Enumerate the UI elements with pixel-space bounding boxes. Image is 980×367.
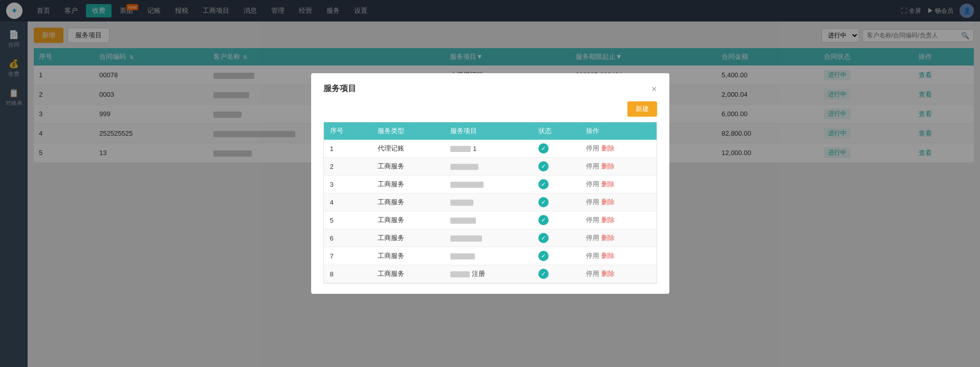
delete-button[interactable]: 删除 — [601, 162, 615, 171]
dcell-action: 停用 删除 — [580, 140, 656, 158]
stop-button[interactable]: 停用 — [586, 215, 599, 225]
stop-button[interactable]: 停用 — [586, 198, 599, 207]
status-check-icon: ✓ — [538, 143, 549, 154]
dcell-status: ✓ — [532, 193, 580, 211]
status-check-icon: ✓ — [538, 179, 549, 189]
dcell-action: 停用 删除 — [580, 247, 656, 265]
dcell-type: 工商服务 — [372, 211, 444, 229]
status-check-icon: ✓ — [538, 251, 549, 261]
dcell-seq: 2 — [324, 158, 372, 176]
dcol-seq: 序号 — [324, 122, 372, 140]
modal-overlay[interactable]: 服务项目 × 新建 序号 服务类型 服务项目 状态 操作 1 代理记账 — [0, 0, 980, 367]
dcell-seq: 5 — [324, 211, 372, 229]
stop-button[interactable]: 停用 — [586, 269, 599, 278]
delete-button[interactable]: 删除 — [601, 233, 615, 243]
list-item: 4 工商服务 ✓ 停用 删除 — [324, 193, 657, 211]
dcell-type: 工商服务 — [372, 158, 444, 176]
dcell-type: 代理记账 — [372, 140, 444, 158]
list-item: 6 工商服务 ✓ 停用 删除 — [324, 229, 657, 247]
dcol-action: 操作 — [580, 122, 656, 140]
dialog-header: 服务项目 × — [323, 83, 657, 94]
stop-button[interactable]: 停用 — [586, 180, 599, 189]
dcell-seq: 3 — [324, 176, 372, 193]
dcell-action: 停用 删除 — [580, 176, 656, 193]
dcell-type: 工商服务 — [372, 229, 444, 247]
dcell-action: 停用 删除 — [580, 229, 656, 247]
delete-button[interactable]: 删除 — [601, 269, 615, 278]
delete-button[interactable]: 删除 — [601, 215, 615, 225]
dcell-item — [444, 176, 532, 193]
dcell-action: 停用 删除 — [580, 158, 656, 176]
status-check-icon: ✓ — [538, 197, 549, 207]
service-dialog: 服务项目 × 新建 序号 服务类型 服务项目 状态 操作 1 代理记账 — [311, 73, 669, 294]
dcell-status: ✓ — [532, 229, 580, 247]
status-check-icon: ✓ — [538, 269, 549, 279]
status-check-icon: ✓ — [538, 215, 549, 225]
dcell-type: 工商服务 — [372, 247, 444, 265]
dcell-status: ✓ — [532, 176, 580, 193]
dcell-action: 停用 删除 — [580, 193, 656, 211]
dcell-item: 1 — [444, 140, 532, 158]
status-check-icon: ✓ — [538, 161, 549, 171]
dialog-toolbar: 新建 — [323, 101, 657, 117]
stop-button[interactable]: 停用 — [586, 162, 599, 171]
list-item: 7 工商服务 ✓ 停用 删除 — [324, 247, 657, 265]
dcell-status: ✓ — [532, 158, 580, 176]
dcell-action: 停用 删除 — [580, 265, 656, 283]
dcell-seq: 4 — [324, 193, 372, 211]
stop-button[interactable]: 停用 — [586, 233, 599, 243]
dcell-item — [444, 229, 532, 247]
dcell-item — [444, 211, 532, 229]
dcell-seq: 7 — [324, 247, 372, 265]
dcell-status: ✓ — [532, 247, 580, 265]
status-check-icon: ✓ — [538, 233, 549, 243]
dcell-status: ✓ — [532, 211, 580, 229]
dcol-item: 服务项目 — [444, 122, 532, 140]
dcell-type: 工商服务 — [372, 265, 444, 283]
stop-button[interactable]: 停用 — [586, 144, 599, 153]
list-item: 8 工商服务 注册 ✓ 停用 删除 — [324, 265, 657, 283]
dcell-item: 注册 — [444, 265, 532, 283]
dcell-status: ✓ — [532, 140, 580, 158]
dcell-type: 工商服务 — [372, 193, 444, 211]
delete-button[interactable]: 删除 — [601, 198, 615, 207]
dialog-table-wrap: 序号 服务类型 服务项目 状态 操作 1 代理记账 1 ✓ 停用 删除 2 工商… — [323, 122, 657, 284]
dcell-seq: 1 — [324, 140, 372, 158]
list-item: 1 代理记账 1 ✓ 停用 删除 — [324, 140, 657, 158]
dcell-seq: 8 — [324, 265, 372, 283]
dcell-type: 工商服务 — [372, 176, 444, 193]
delete-button[interactable]: 删除 — [601, 251, 615, 261]
list-item: 5 工商服务 ✓ 停用 删除 — [324, 211, 657, 229]
list-item: 3 工商服务 ✓ 停用 删除 — [324, 176, 657, 193]
dcell-item — [444, 193, 532, 211]
dcell-item — [444, 158, 532, 176]
dcol-status: 状态 — [532, 122, 580, 140]
dialog-close-button[interactable]: × — [651, 84, 657, 94]
service-table: 序号 服务类型 服务项目 状态 操作 1 代理记账 1 ✓ 停用 删除 2 工商… — [324, 122, 657, 283]
dialog-title: 服务项目 — [323, 83, 356, 94]
dcol-type: 服务类型 — [372, 122, 444, 140]
list-item: 2 工商服务 ✓ 停用 删除 — [324, 158, 657, 176]
dcell-action: 停用 删除 — [580, 211, 656, 229]
dialog-new-button[interactable]: 新建 — [627, 101, 657, 117]
dcell-status: ✓ — [532, 265, 580, 283]
delete-button[interactable]: 删除 — [601, 180, 615, 189]
stop-button[interactable]: 停用 — [586, 251, 599, 261]
dcell-seq: 6 — [324, 229, 372, 247]
dcell-item — [444, 247, 532, 265]
delete-button[interactable]: 删除 — [601, 144, 615, 153]
